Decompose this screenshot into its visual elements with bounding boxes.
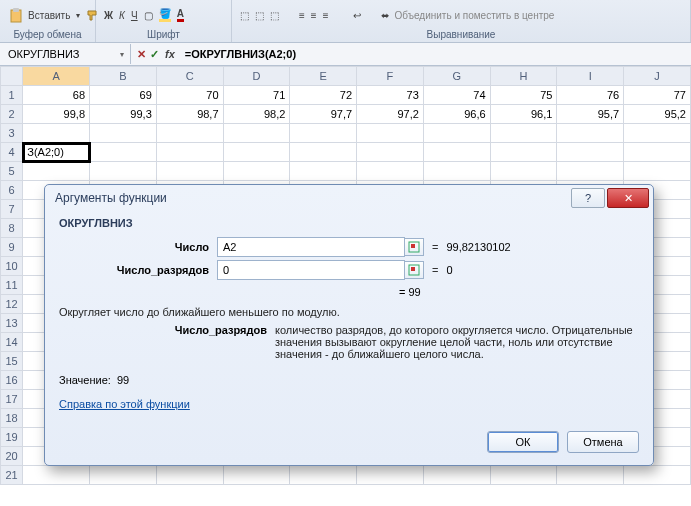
name-box[interactable]: ▾ <box>0 44 131 64</box>
cell[interactable]: 97,7 <box>290 105 357 124</box>
merge-label[interactable]: Объединить и поместить в центре <box>395 10 555 21</box>
merge-icon[interactable]: ⬌ <box>381 10 389 21</box>
row-header[interactable]: 4 <box>1 143 23 162</box>
cell[interactable]: 73 <box>357 86 424 105</box>
cell[interactable]: 76 <box>557 86 624 105</box>
equals-label: = <box>424 241 446 253</box>
cell[interactable]: 75 <box>490 86 557 105</box>
table-row: 4З(A2;0) <box>1 143 691 162</box>
cell[interactable]: 70 <box>156 86 223 105</box>
cell[interactable]: 71 <box>223 86 290 105</box>
col-header[interactable]: J <box>624 67 691 86</box>
result-value: 99 <box>408 286 420 298</box>
row-header[interactable]: 9 <box>1 238 23 257</box>
align-left-icon[interactable]: ≡ <box>299 10 305 21</box>
col-header[interactable]: G <box>423 67 490 86</box>
align-center-icon[interactable]: ≡ <box>311 10 317 21</box>
formula-input[interactable] <box>183 47 587 61</box>
col-header[interactable]: I <box>557 67 624 86</box>
cell[interactable]: 74 <box>423 86 490 105</box>
arg2-input[interactable] <box>221 263 375 277</box>
chevron-down-icon[interactable]: ▾ <box>76 11 80 20</box>
col-header[interactable]: E <box>290 67 357 86</box>
range-select-icon[interactable] <box>404 261 424 279</box>
row-header[interactable]: 16 <box>1 371 23 390</box>
accept-formula-icon[interactable]: ✓ <box>150 48 159 61</box>
range-select-icon[interactable] <box>404 238 424 256</box>
row-header[interactable]: 5 <box>1 162 23 181</box>
ok-button[interactable]: ОК <box>487 431 559 453</box>
cell[interactable]: 99,3 <box>90 105 157 124</box>
active-cell[interactable]: З(A2;0) <box>23 143 90 162</box>
cell[interactable]: 96,6 <box>423 105 490 124</box>
align-middle-icon[interactable]: ⬚ <box>255 10 264 21</box>
row-header[interactable]: 12 <box>1 295 23 314</box>
dialog-title: Аргументы функции <box>55 191 167 205</box>
underline-icon[interactable]: Ч <box>131 10 138 21</box>
select-all[interactable] <box>1 67 23 86</box>
chevron-down-icon[interactable]: ▾ <box>120 50 124 59</box>
group-align-label: Выравнивание <box>240 29 682 42</box>
svg-rect-5 <box>411 267 415 271</box>
row-header[interactable]: 6 <box>1 181 23 200</box>
row-header[interactable]: 19 <box>1 428 23 447</box>
fill-color-icon[interactable]: 🪣 <box>159 8 171 22</box>
row-header[interactable]: 21 <box>1 466 23 485</box>
wrap-text-icon[interactable]: ↩ <box>353 10 361 21</box>
table-row: 5 <box>1 162 691 181</box>
row-header[interactable]: 13 <box>1 314 23 333</box>
cell[interactable]: 77 <box>624 86 691 105</box>
align-bottom-icon[interactable]: ⬚ <box>270 10 279 21</box>
align-right-icon[interactable]: ≡ <box>323 10 329 21</box>
help-link[interactable]: Справка по этой функции <box>59 398 190 410</box>
row-header[interactable]: 10 <box>1 257 23 276</box>
cancel-formula-icon[interactable]: ✕ <box>137 48 146 61</box>
col-header[interactable]: C <box>156 67 223 86</box>
fx-icon[interactable]: fx <box>165 48 175 60</box>
column-headers: A B C D E F G H I J <box>1 67 691 86</box>
row-header[interactable]: 2 <box>1 105 23 124</box>
svg-rect-3 <box>411 244 415 248</box>
bold-icon[interactable]: Ж <box>104 10 113 21</box>
cell[interactable]: 97,2 <box>357 105 424 124</box>
cell[interactable]: 98,7 <box>156 105 223 124</box>
cell[interactable]: 98,2 <box>223 105 290 124</box>
row-header[interactable]: 20 <box>1 447 23 466</box>
help-button[interactable]: ? <box>571 188 605 208</box>
font-color-icon[interactable]: A <box>177 8 184 22</box>
row-header[interactable]: 7 <box>1 200 23 219</box>
italic-icon[interactable]: К <box>119 10 125 21</box>
row-header[interactable]: 11 <box>1 276 23 295</box>
align-top-icon[interactable]: ⬚ <box>240 10 249 21</box>
cancel-button[interactable]: Отмена <box>567 431 639 453</box>
cell[interactable] <box>23 124 90 143</box>
col-header[interactable]: H <box>490 67 557 86</box>
group-font-label: Шрифт <box>104 29 223 42</box>
col-header[interactable]: F <box>357 67 424 86</box>
arg1-eval: 99,82130102 <box>446 241 510 253</box>
cell[interactable]: 96,1 <box>490 105 557 124</box>
row-header[interactable]: 14 <box>1 333 23 352</box>
col-header[interactable]: A <box>23 67 90 86</box>
row-header[interactable]: 15 <box>1 352 23 371</box>
row-header[interactable]: 17 <box>1 390 23 409</box>
col-header[interactable]: D <box>223 67 290 86</box>
cell[interactable]: 69 <box>90 86 157 105</box>
cell[interactable]: 99,8 <box>23 105 90 124</box>
cell[interactable]: 95,7 <box>557 105 624 124</box>
cell[interactable]: 72 <box>290 86 357 105</box>
row-header[interactable]: 1 <box>1 86 23 105</box>
close-button[interactable]: ✕ <box>607 188 649 208</box>
cell[interactable]: 68 <box>23 86 90 105</box>
row-header[interactable]: 3 <box>1 124 23 143</box>
row-header[interactable]: 18 <box>1 409 23 428</box>
col-header[interactable]: B <box>90 67 157 86</box>
border-icon[interactable]: ▢ <box>144 10 153 21</box>
cell[interactable]: 95,2 <box>624 105 691 124</box>
arg1-input[interactable] <box>221 240 375 254</box>
paste-label[interactable]: Вставить <box>28 10 70 21</box>
arg2-label: Число_разрядов <box>59 264 217 276</box>
paste-icon[interactable] <box>8 8 22 22</box>
row-header[interactable]: 8 <box>1 219 23 238</box>
name-box-input[interactable] <box>6 47 100 61</box>
